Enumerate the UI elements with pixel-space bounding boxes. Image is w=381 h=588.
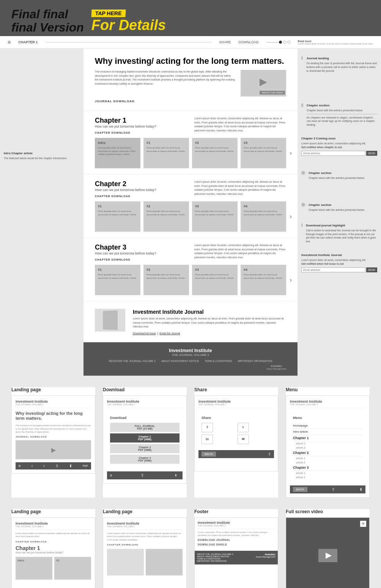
- footer-link-2[interactable]: ABOUT INVESTMENT NOTICE: [161, 360, 199, 362]
- chapter2-email-input[interactable]: [301, 151, 365, 156]
- chapter1-download[interactable]: CHAPTER DOWNLOAD: [95, 131, 187, 134]
- wf-menu-share-icon[interactable]: ⇧: [332, 487, 335, 492]
- menu-hamburger-icon[interactable]: ≡: [8, 39, 11, 45]
- wf-menu-page: Menu Investment Institute THE JOURNAL VO…: [286, 387, 370, 498]
- wf-dl-menu-icon[interactable]: ≡: [110, 473, 112, 477]
- hero-video-thumb[interactable]: WATCH THE VIDEO: [241, 70, 286, 96]
- wf-share-share-icon[interactable]: ⇧: [268, 452, 271, 456]
- wf-share-page: Share Investment Institute THE JOURNAL V…: [194, 387, 278, 498]
- journal-section: Investment Institute Journal Lorem ipsum…: [83, 301, 298, 342]
- wf-facebook-icon[interactable]: f: [202, 423, 213, 432]
- ch2-article-3[interactable]: #3 Prem gravida dolor sit amet locus acc…: [192, 201, 238, 232]
- ch3-article-2[interactable]: #2 Prem gravida dolor sit amet locus acc…: [143, 265, 189, 295]
- chapter3-subtitle: How can we put tomorrow before today?: [95, 251, 187, 255]
- wf-twitter-icon[interactable]: t: [238, 423, 249, 432]
- ch2-article-2[interactable]: #2 Prem gravida dolor sit amet locus acc…: [143, 201, 189, 232]
- journal-book-icon: [95, 309, 125, 332]
- wf-video-thumb[interactable]: ▶: [16, 440, 91, 459]
- wireframes-section: Landing page Investment Institute THE JO…: [0, 376, 381, 588]
- wf-menu-homepage[interactable]: Homepage: [293, 423, 362, 429]
- ch3-article-3[interactable]: #3 Prem gravida dolor sit amet locus acc…: [192, 265, 238, 295]
- wf-menu-ch1-a1[interactable]: article 1: [293, 441, 362, 446]
- fullscreen-video-container: ✕: [286, 518, 369, 588]
- chapter1-articles: Intro Intro gravida dolor sit amet locus…: [95, 138, 286, 168]
- ch3-next-arrow[interactable]: ›: [290, 277, 292, 283]
- ch1-card-1[interactable]: #1: [54, 557, 91, 580]
- right-sidebar: Journal landing On landing the user is p…: [298, 49, 381, 376]
- wf-menu-ch2-a2[interactable]: article 2: [293, 460, 362, 465]
- wf-dl-share-icon[interactable]: ⇧: [141, 473, 144, 477]
- ch2-article-4[interactable]: #4 Prem gravida dolor sit amet locus acc…: [241, 201, 286, 232]
- chapter2-download[interactable]: CHAPTER DOWNLOAD: [95, 195, 187, 198]
- journal-send-btn[interactable]: SEND: [366, 267, 377, 272]
- ch1-article-intro[interactable]: Intro Intro gravida dolor sit amet locus…: [95, 138, 140, 168]
- footer-wf-dl-journal[interactable]: DOWNLOAD JOURNAL: [198, 539, 275, 541]
- hero-body-text: The evolution of managing traded economi…: [95, 70, 235, 96]
- wf-menu-ch1-a2[interactable]: article 2: [293, 446, 362, 450]
- wf-menu-ch3-a1[interactable]: article 1: [293, 471, 362, 475]
- nav-download[interactable]: DOWNLOAD: [239, 40, 259, 44]
- ch3-article-4[interactable]: #4 Prem gravida dolor sit amet locus acc…: [241, 265, 286, 295]
- ch1-article-3[interactable]: #3 Prem gravida dolor sit amet locus acc…: [241, 138, 286, 168]
- wf-menu-back-btn[interactable]: BACK: [293, 487, 307, 492]
- wf-menu-download-icon[interactable]: ⬇: [359, 487, 362, 492]
- hero-section: Why investing/ acting for the long term …: [83, 49, 298, 111]
- ch2-next-arrow[interactable]: ›: [290, 213, 292, 220]
- wf-next-icon[interactable]: ›: [43, 464, 44, 468]
- wf-share-back-btn[interactable]: BACK: [202, 452, 216, 457]
- chapter2-send-btn[interactable]: SEND: [366, 151, 377, 156]
- wf-dl-full-journal[interactable]: FULL JOURNAL PDF (24 MB): [110, 423, 179, 432]
- wf-menu-icon[interactable]: ≡: [19, 464, 21, 468]
- nav-chapter1[interactable]: CHAPTER 1: [18, 40, 38, 44]
- wf-dl-chapter3[interactable]: Chapter 3 PDF (4MB): [110, 455, 179, 464]
- wf-menu-intro[interactable]: Intro article: [293, 429, 362, 435]
- footer-wf-dl-single[interactable]: DOWNLOAD SINGLE: [198, 543, 275, 546]
- ch2-article-1[interactable]: #1 Prem gravida dolor sit amet locus acc…: [95, 201, 140, 232]
- footer-link-4[interactable]: IMPORTANT INFORMATION: [238, 360, 272, 362]
- ch1-article-2[interactable]: #2 Prem gravida dolor sit amet locus acc…: [192, 138, 238, 168]
- footer-link-1[interactable]: REGISTER THE JOURNAL VOLUME 2: [109, 360, 156, 362]
- header-title-line2: final Version: [11, 21, 84, 34]
- journal-email-input[interactable]: [301, 267, 365, 272]
- intro-chapter-annotation: Intro Chapter article The featured artic…: [4, 151, 80, 160]
- wf-menu-ch1[interactable]: Chapter 1: [293, 435, 362, 441]
- wf-menu-ch2-a1[interactable]: article 1: [293, 456, 362, 460]
- wf-share-icon[interactable]: ⇧: [55, 464, 58, 468]
- wf-download-icon[interactable]: ⬇: [69, 464, 72, 468]
- ch3-article-1[interactable]: #1 Prem gravida dolor sit amet locus acc…: [95, 265, 140, 295]
- center-content: Why investing/ acting for the long term …: [83, 49, 298, 376]
- wf-prev-icon[interactable]: ‹: [31, 464, 33, 468]
- ann-chapter-section-2: Chapter section Chapter block with the a…: [301, 171, 377, 180]
- wf-landing-page-2: Landing page Investment Institute THE JO…: [11, 509, 95, 588]
- nav-share[interactable]: SHARE: [219, 40, 231, 44]
- wf-menu-ch3[interactable]: Chapter 3: [293, 465, 362, 471]
- footer-link-3[interactable]: TERM & CONDITIONS: [205, 360, 232, 362]
- wf-share-nav: BACK ⇧: [198, 450, 274, 458]
- wf-dl-download-btn[interactable]: ⬇: [172, 473, 179, 478]
- ann-chapter-section-1: Chapter section Chapter block with the a…: [301, 103, 377, 127]
- wf-menu-ch3-a2[interactable]: article 2: [293, 475, 362, 479]
- hero-title: Why investing/ acting for the long term …: [95, 56, 286, 66]
- wf-dl-chapter1[interactable]: Chapter 1 PDF (4MB): [110, 433, 179, 443]
- nav-bar: ≡ CHAPTER 1 SHARE DOWNLOAD Read more Lor…: [0, 36, 381, 49]
- chapter3-section: Chapter 3 How can we put tomorrow before…: [83, 237, 298, 301]
- journal-full-link[interactable]: Download full Issue: [133, 332, 156, 335]
- ch1-article-1[interactable]: #1 Prem gravida dolor sit amet locus acc…: [143, 138, 189, 168]
- ch1-next-arrow[interactable]: ›: [290, 150, 292, 156]
- watch-btn[interactable]: WATCH THE VIDEO: [260, 91, 285, 95]
- wf-dl-chapter2[interactable]: Chapter 2 PDF (4MB): [110, 444, 179, 453]
- fv-close-btn[interactable]: ✕: [360, 521, 366, 527]
- ch1-card-intro[interactable]: Intro: [16, 557, 52, 580]
- journal-download-link[interactable]: JOURNAL DOWNLOAD: [95, 100, 286, 103]
- chapter2-subtitle: How can we put tomorrow before today?: [95, 188, 187, 192]
- journal-email-link[interactable]: Email the Journal: [159, 332, 180, 335]
- main-layout: Intro Chapter article The featured artic…: [0, 49, 381, 376]
- wf-menu-ch2[interactable]: Chapter 2: [293, 450, 362, 456]
- footer-brand: Investec: [266, 364, 286, 368]
- chapter3-download[interactable]: CHAPTER DOWNLOAD: [95, 258, 187, 261]
- footer-dark-bar: ABOUT THE JOURNAL VOLUME 2 ABOUT INVESTM…: [195, 551, 278, 564]
- chapter1-title: Chapter 1: [95, 117, 187, 125]
- fv-play-btn[interactable]: [318, 549, 337, 562]
- wf-linkedin-icon[interactable]: in: [202, 435, 213, 444]
- wf-email-icon[interactable]: ✉: [238, 435, 249, 444]
